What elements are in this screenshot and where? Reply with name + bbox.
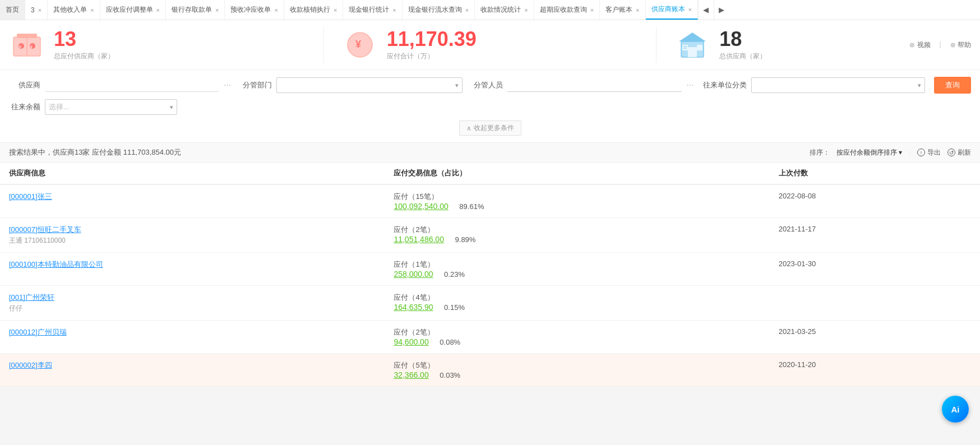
refresh-icon: ↺ (947, 149, 955, 156)
nav-prev-arrow[interactable]: ◀ (698, 0, 714, 20)
video-link[interactable]: ⊙ 视频 (909, 40, 930, 50)
svg-rect-13 (697, 45, 702, 50)
total-payable-icon: ¥ (342, 27, 378, 63)
close-icon[interactable]: × (274, 7, 278, 13)
category-field: 往来单位分类 ▾ (703, 77, 926, 93)
stat-number-3: 18 (719, 29, 766, 49)
nav-bank-deposit[interactable]: 银行存取款单 × (166, 0, 225, 20)
nav-cash-stats[interactable]: 现金银行统计 × (343, 0, 402, 20)
nav-next-arrow[interactable]: ▶ (714, 0, 729, 20)
supplier-link[interactable]: [000012]广州贝瑞 (9, 328, 67, 336)
last-date-cell: 2022-08-08 (779, 192, 971, 200)
export-button[interactable]: ↑ 导出 (917, 148, 941, 157)
person-field: 分管人员 ··· (471, 78, 694, 92)
trans-amount-link[interactable]: 32,366.00 (394, 370, 428, 379)
person-label: 分管人员 (471, 80, 503, 90)
supplier-link[interactable]: [000100]本特勤油品有限公司 (9, 260, 103, 268)
trans-label: 应付（1笔） (394, 259, 778, 270)
close-icon[interactable]: × (38, 7, 41, 13)
last-date-cell: 2020-11-20 (779, 360, 971, 369)
trans-amount-link[interactable]: 94,600.00 (394, 337, 428, 346)
nav-prepaid[interactable]: 预收冲应收单 × (225, 0, 284, 20)
close-icon[interactable]: × (156, 7, 160, 13)
trans-amount-link[interactable]: 258,000.00 (394, 270, 433, 279)
svg-text:¥: ¥ (19, 45, 21, 49)
trans-amount-link[interactable]: 100,092,540.00 (394, 202, 448, 211)
stat-label-3: 总供应商（家） (719, 52, 766, 61)
person-more-icon[interactable]: ··· (686, 80, 694, 90)
nav-supplier-book[interactable]: 供应商账本 × (646, 0, 698, 20)
col-header-supplier: 供应商信息 (9, 168, 394, 178)
supplier-link[interactable]: [001]广州荣轩 (9, 293, 54, 302)
category-label: 往来单位分类 (703, 80, 747, 90)
table-header: 供应商信息 应付交易信息（占比） 上次付数 (0, 163, 980, 185)
chevron-down-icon: ▾ (918, 82, 921, 89)
table-row: [000001]张三 应付（15笔） 100,092,540.00 89.61%… (0, 185, 980, 218)
supplier-label: 供应商 (9, 80, 40, 90)
svg-rect-12 (682, 45, 688, 50)
nav-collection[interactable]: 收款核销执行 × (284, 0, 343, 20)
svg-marker-10 (679, 33, 706, 41)
nav-receipt-stats[interactable]: 收款情况统计 × (475, 0, 534, 20)
supplier-link[interactable]: [000001]张三 (9, 192, 52, 201)
close-icon[interactable]: × (90, 7, 94, 13)
stat-content-1: 13 总应付供应商（家） (54, 29, 114, 61)
trans-percent: 0.03% (440, 371, 460, 379)
dept-select[interactable]: ▾ (276, 77, 463, 93)
supplier-input[interactable] (45, 78, 219, 92)
nav-overdue[interactable]: 超期应收款查询 × (534, 0, 600, 20)
supplier-more-icon[interactable]: ··· (224, 80, 231, 90)
stat-label-2: 应付合计（万） (387, 52, 477, 61)
supplier-link[interactable]: [000007]恒旺二手叉车 (9, 225, 81, 234)
supplier-cell: [000007]恒旺二手叉车 王通 17106110000 (9, 225, 394, 245)
transaction-cell: 应付（4笔） 164,635.90 0.15% (394, 293, 778, 312)
search-row-1: 供应商 ··· 分管部门 ▾ 分管人员 ··· 往来单位分类 ▾ 查询 (9, 77, 971, 94)
close-icon[interactable]: × (465, 7, 469, 13)
close-icon[interactable]: × (636, 7, 639, 13)
results-actions: 排序： 按应付余额倒序排序 ▾ | ↑ 导出 ↺ 刷新 (810, 148, 971, 157)
supplier-link[interactable]: [000002]李四 (9, 361, 52, 369)
trans-amount-link[interactable]: 11,051,486.00 (394, 235, 444, 244)
close-icon[interactable]: × (688, 6, 692, 13)
trans-percent: 0.08% (440, 338, 460, 346)
close-icon[interactable]: × (334, 7, 337, 13)
supplier-sub-info: 王通 17106110000 (9, 236, 394, 245)
stat-number-2: 11,170.39 (387, 29, 477, 49)
divider-2 (656, 27, 657, 63)
transaction-cell: 应付（2笔） 11,051,486.00 9.89% (394, 225, 778, 244)
header-right-links: ⊙ 视频 | ⊙ 帮助 (909, 40, 971, 50)
nav-adjustment[interactable]: 应收应付调整单 × (100, 0, 166, 20)
close-icon[interactable]: × (590, 7, 594, 13)
trans-amount-link[interactable]: 164,635.90 (394, 303, 433, 312)
nav-cashflow[interactable]: 现金银行流水查询 × (403, 0, 475, 20)
table-row: [000012]广州贝瑞 应付（2笔） 94,600.00 0.08% 2021… (0, 321, 980, 354)
trans-amount-row: 32,366.00 0.03% (394, 370, 778, 379)
svg-text:¥: ¥ (30, 45, 33, 49)
query-button[interactable]: 查询 (934, 77, 971, 94)
trans-label: 应付（4笔） (394, 293, 778, 303)
nav-other-income[interactable]: 其他收入单 × (48, 0, 100, 20)
balance-select[interactable]: 选择... ▾ (45, 99, 177, 115)
divider-1 (323, 27, 324, 63)
collapse-icon: ∧ (466, 124, 471, 132)
collapse-button[interactable]: ∧ 收起更多条件 (459, 120, 521, 136)
category-select[interactable]: ▾ (751, 77, 926, 93)
supplier-icon: ¥ ¥ (9, 27, 45, 63)
nav-customer-book[interactable]: 客户账本 × (600, 0, 645, 20)
refresh-button[interactable]: ↺ 刷新 (947, 148, 971, 157)
col-header-transaction: 应付交易信息（占比） (394, 168, 778, 178)
trans-percent: 9.89% (455, 235, 476, 244)
search-row-2: 往来余额 选择... ▾ (9, 99, 971, 115)
person-input[interactable] (507, 78, 682, 92)
nav-home[interactable]: 首页 (0, 0, 25, 20)
dept-field: 分管部门 ▾ (241, 77, 463, 93)
svg-text:¥: ¥ (355, 39, 361, 50)
close-icon[interactable]: × (215, 7, 219, 13)
close-icon[interactable]: × (392, 7, 396, 13)
table-row: [000007]恒旺二手叉车 王通 17106110000 应付（2笔） 11,… (0, 218, 980, 253)
nav-tab-3[interactable]: 3 × (25, 0, 48, 20)
sort-selector[interactable]: 按应付余额倒序排序 ▾ (836, 148, 902, 157)
close-icon[interactable]: × (524, 7, 528, 13)
help-link[interactable]: ⊙ 帮助 (950, 40, 971, 50)
stat-content-3: 18 总供应商（家） (719, 29, 766, 61)
